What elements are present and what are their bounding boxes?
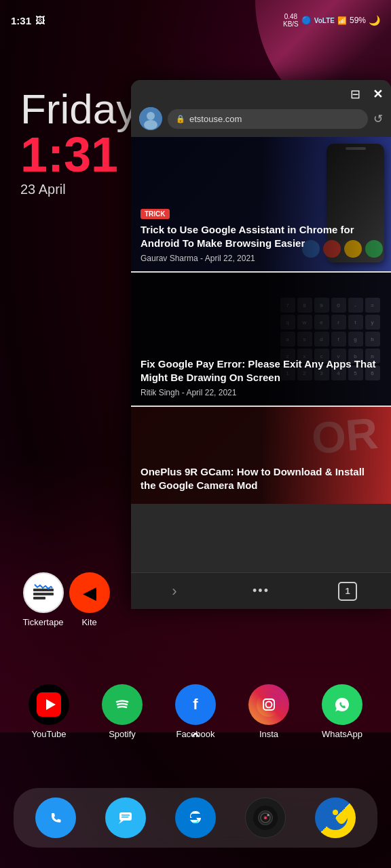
avatar-svg: [139, 107, 162, 130]
article2-title: Fix Google Pay Error: Please Exit Any Ap…: [141, 357, 381, 384]
app-instagram[interactable]: Insta: [248, 684, 289, 739]
article1-title: Trick to Use Google Assistant in Chrome …: [141, 223, 381, 250]
bluetooth-icon: 🔵: [301, 16, 312, 25]
browser-tabs-button[interactable]: 1: [333, 576, 362, 606]
tabs-icon[interactable]: ⊟: [350, 87, 360, 102]
edge-icon[interactable]: [175, 797, 216, 838]
svg-point-14: [272, 699, 274, 701]
phone-icon[interactable]: [35, 797, 76, 838]
whatsapp-icon[interactable]: [322, 684, 362, 725]
url-text: etstouse.com: [189, 114, 242, 124]
phone-svg: [43, 806, 68, 830]
status-time: 1:31: [11, 15, 31, 26]
svg-text:f: f: [193, 696, 198, 713]
wallpaper-time: 1:31: [20, 130, 137, 179]
svg-rect-2: [33, 597, 45, 599]
article1-separator: -: [200, 254, 205, 263]
network-speed: 0.48KB/S: [283, 13, 299, 28]
svg-point-5: [144, 120, 157, 130]
focus-svg: [323, 806, 348, 830]
youtube-label: YouTube: [31, 729, 66, 739]
focus-icon[interactable]: [315, 797, 356, 838]
spotify-icon[interactable]: [102, 684, 143, 725]
article1-author: Gaurav Sharma: [141, 254, 198, 263]
facebook-svg: f: [183, 692, 208, 717]
close-button[interactable]: ✕: [373, 87, 383, 102]
svg-rect-18: [119, 812, 132, 821]
tickertape-svg: [32, 583, 55, 602]
camera-svg: [253, 806, 278, 830]
url-bar[interactable]: 🔒 etstouse.com: [168, 109, 368, 129]
svg-point-30: [333, 810, 338, 815]
tickertape-label: Tickertape: [22, 617, 63, 627]
refresh-button[interactable]: ↺: [373, 112, 383, 126]
article-3[interactable]: OR OnePlus 9R GCam: How to Download & In…: [131, 406, 391, 504]
spotify-svg: [110, 692, 134, 717]
article2-author: Ritik Singh: [141, 388, 179, 397]
browser-panel: ⊟ ✕ 🔒 etstouse.com ↺: [131, 80, 391, 609]
instagram-icon[interactable]: [248, 684, 289, 725]
instagram-label: Insta: [259, 729, 278, 739]
tab-count[interactable]: 1: [338, 582, 357, 601]
instagram-svg: [257, 692, 281, 717]
facebook-icon[interactable]: f: [175, 684, 216, 725]
article1-content: TRICK Trick to Use Google Assistant in C…: [131, 137, 391, 271]
whatsapp-svg: [330, 692, 354, 717]
youtube-icon[interactable]: [29, 684, 69, 725]
wallpaper-date: 23 April: [20, 182, 137, 197]
wallpaper-day: Friday: [20, 88, 137, 130]
article1-meta: Gaurav Sharma - April 22, 2021: [141, 254, 381, 263]
browser-forward-button[interactable]: ›: [160, 576, 189, 606]
browser-header: ⊟ ✕ 🔒 etstouse.com ↺: [131, 80, 391, 137]
browser-controls: ⊟ ✕: [139, 87, 383, 102]
dock-edge[interactable]: [175, 797, 216, 838]
dock-phone[interactable]: [35, 797, 76, 838]
article3-content: OnePlus 9R GCam: How to Download & Insta…: [131, 407, 391, 504]
camera-icon[interactable]: [245, 797, 286, 838]
whatsapp-label: WhatsApp: [322, 729, 362, 739]
article2-meta: Ritik Singh - April 22, 2021: [141, 388, 381, 397]
svg-rect-1: [33, 593, 54, 595]
browser-bottom-nav: › ••• 1: [131, 572, 391, 609]
app-youtube[interactable]: YouTube: [29, 684, 69, 739]
app-tickertape[interactable]: Tickertape: [22, 572, 63, 627]
browser-more-button[interactable]: •••: [246, 576, 276, 606]
app-kite[interactable]: ◀ Kite: [69, 572, 110, 627]
svg-point-11: [257, 692, 281, 717]
svg-point-16: [43, 806, 68, 830]
wallpaper-datetime: Friday 1:31 23 April: [20, 88, 137, 197]
status-left: 1:31 🖼: [11, 15, 45, 26]
kite-icon[interactable]: ◀: [69, 572, 110, 613]
youtube-svg: [37, 692, 61, 717]
app-spotify[interactable]: Spotify: [102, 684, 143, 739]
edge-svg: [183, 806, 208, 830]
messages-svg: [113, 806, 138, 830]
chevron-up[interactable]: ⌃: [189, 731, 202, 747]
partial-app-row: Tickertape ◀ Kite: [22, 572, 109, 627]
svg-point-27: [264, 816, 267, 819]
article-1[interactable]: TRICK Trick to Use Google Assistant in C…: [131, 137, 391, 271]
app-whatsapp[interactable]: WhatsApp: [322, 684, 362, 739]
article1-date: April 22, 2021: [205, 254, 255, 263]
article-2[interactable]: 7890-= qwerty asdfgh zxcvbn 123456 Fix G…: [131, 271, 391, 406]
battery-icon: 🌙: [369, 15, 380, 26]
dock: [14, 788, 377, 848]
partial-apps-area: Tickertape ◀ Kite: [0, 572, 132, 627]
article2-content: Fix Google Pay Error: Please Exit Any Ap…: [131, 273, 391, 406]
browser-url-row: 🔒 etstouse.com ↺: [139, 107, 383, 130]
kite-symbol: ◀: [83, 583, 96, 604]
article2-date: April 22, 2021: [186, 388, 236, 397]
messages-icon[interactable]: [105, 797, 146, 838]
dock-focus[interactable]: [315, 797, 356, 838]
volte-indicator: VoLTE: [314, 17, 335, 24]
status-right: 0.48KB/S 🔵 VoLTE 📶 59% 🌙: [283, 13, 380, 28]
tickertape-icon[interactable]: [23, 572, 64, 613]
spotify-label: Spotify: [109, 729, 136, 739]
svg-rect-0: [33, 589, 54, 591]
lock-icon: 🔒: [176, 115, 185, 123]
signal-icon: 📶: [337, 16, 347, 25]
dock-messages[interactable]: [105, 797, 146, 838]
dock-camera[interactable]: [245, 797, 286, 838]
profile-avatar[interactable]: [139, 107, 162, 130]
svg-point-4: [147, 112, 155, 120]
